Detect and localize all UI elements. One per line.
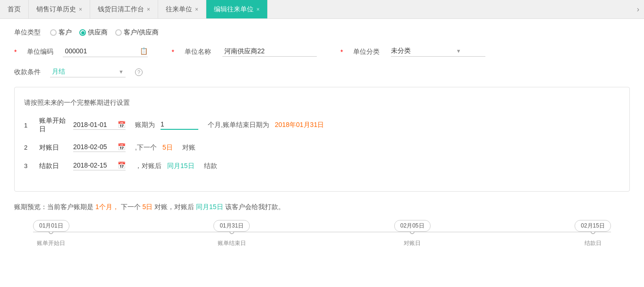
tab-edit-partner-close[interactable]: ×	[256, 6, 260, 13]
preview-part3: 对账，对账后	[154, 203, 194, 211]
period-row-3: 3 结款日 📅 ，对账后 同月15日 结款	[24, 161, 620, 170]
unit-code-input-wrap: 📋	[63, 46, 148, 57]
radio-customer[interactable]: 客户	[50, 28, 72, 37]
timeline-point-1: 01月01日 账单开始日	[33, 222, 69, 247]
period-row-1-period-input[interactable]	[161, 120, 198, 130]
radio-customer-supplier-label: 客户/供应商	[124, 28, 159, 37]
unit-code-star: *	[14, 48, 17, 56]
help-icon[interactable]: ?	[135, 68, 143, 76]
tab-edit-partner[interactable]: 编辑往来单位 ×	[206, 0, 268, 18]
timeline-label-3: 02月05日	[394, 220, 431, 232]
timeline-label-1: 01月01日	[33, 220, 69, 232]
timeline-sub-4: 结款日	[585, 239, 602, 247]
radio-supplier[interactable]: 供应商	[79, 28, 108, 37]
unit-code-icon[interactable]: 📋	[140, 47, 148, 55]
period-row-2-num: 2	[24, 144, 34, 151]
unit-type-radio-group: 客户 供应商 客户/供应商	[50, 28, 159, 37]
tab-workbench-close[interactable]: ×	[147, 6, 150, 13]
period-row-2-desc-after: 对账	[182, 144, 195, 152]
tab-order-history[interactable]: 销售订单历史 ×	[29, 0, 90, 18]
period-row-1-date-wrap: 📅	[73, 121, 126, 130]
preview-section: 账期预览：当前客户账期是 1个月， 下一个 5日 对账，对账后 同月15日 该客…	[14, 201, 630, 213]
unit-name-star: *	[171, 48, 174, 56]
payment-condition-label: 收款条件	[14, 68, 41, 76]
payment-condition-value: 月结	[52, 68, 117, 76]
tab-more-button[interactable]: ›	[632, 0, 644, 18]
period-row-1-num: 1	[24, 122, 34, 129]
preview-part4: 该客户会给我打款。	[225, 203, 285, 211]
timeline-line	[33, 232, 611, 232]
radio-customer-supplier[interactable]: 客户/供应商	[115, 28, 159, 37]
tab-partner[interactable]: 往来单位 ×	[158, 0, 206, 18]
unit-category-select[interactable]: 未分类 ▼	[391, 47, 485, 57]
preview-day: 5日	[142, 203, 153, 211]
main-content: 单位类型 客户 供应商 客户/供应商 * 单位编码 📋 * 单位名称 *	[0, 19, 644, 287]
preview-part2: 下一个	[121, 203, 141, 211]
unit-info-row: * 单位编码 📋 * 单位名称 * 单位分类 未分类 ▼	[14, 46, 630, 57]
period-row-2-label: 对账日	[39, 144, 68, 152]
tab-edit-partner-label: 编辑往来单位	[214, 5, 254, 14]
period-row-1-desc-middle: 个月,账单结束日期为	[208, 121, 269, 129]
period-row-3-num: 3	[24, 162, 34, 169]
timeline-items: 01月01日 账单开始日 01月31日 账单结束日 02月05日 对账日 02月…	[33, 222, 611, 247]
radio-supplier-circle	[79, 29, 86, 36]
tab-order-history-label: 销售订单历史	[36, 5, 76, 14]
period-row-3-desc-before: ，对账后	[135, 162, 161, 170]
unit-code-input[interactable]	[63, 46, 138, 56]
period-row-2: 2 对账日 📅 ,下一个 5日 对账	[24, 143, 620, 152]
period-row-1-label: 账单开始日	[39, 117, 68, 134]
tab-home[interactable]: 首页	[0, 0, 29, 18]
period-row-2-desc-before: ,下一个	[135, 144, 157, 152]
radio-supplier-label: 供应商	[88, 28, 108, 37]
timeline-sub-3: 对账日	[404, 239, 421, 247]
preview-period: 1个月，	[95, 203, 119, 211]
period-row-2-calendar-icon[interactable]: 📅	[118, 143, 126, 151]
period-row-3-highlight: 同月15日	[167, 162, 195, 170]
period-row-2-date-input[interactable]	[73, 143, 116, 151]
period-row-3-label: 结款日	[39, 162, 68, 170]
period-row-1-end-date: 2018年01月31日	[275, 121, 324, 129]
period-row-1: 1 账单开始日 📅 账期为 个月,账单结束日期为 2018年01月31日	[24, 117, 620, 134]
unit-category-label: 单位分类	[353, 48, 380, 56]
tab-partner-label: 往来单位	[166, 5, 192, 14]
unit-code-label: 单位编码	[27, 48, 53, 56]
tab-workbench-label: 钱货日清工作台	[98, 5, 144, 14]
radio-customer-circle	[50, 29, 57, 36]
preview-label: 账期预览：当前客户账期是	[14, 203, 93, 211]
payment-condition-chevron: ▼	[119, 69, 124, 75]
tab-home-label: 首页	[8, 5, 21, 14]
timeline-container: 01月01日 账单开始日 01月31日 账单结束日 02月05日 对账日 02月…	[14, 222, 630, 247]
period-settings-box: 请按照未来的一个完整帐期进行设置 1 账单开始日 📅 账期为 个月,账单结束日期…	[14, 87, 630, 192]
radio-customer-supplier-circle	[115, 29, 122, 36]
tab-order-history-close[interactable]: ×	[79, 6, 82, 13]
period-row-2-highlight: 5日	[162, 144, 173, 152]
period-row-3-desc-after: 结款	[204, 162, 217, 170]
period-row-3-date-input[interactable]	[73, 161, 116, 169]
period-row-2-date-wrap: 📅	[73, 143, 126, 152]
timeline-label-2: 01月31日	[213, 220, 250, 232]
unit-name-input[interactable]	[222, 47, 317, 57]
timeline-label-4: 02月15日	[575, 220, 611, 232]
unit-category-value: 未分类	[391, 47, 421, 55]
tab-workbench[interactable]: 钱货日清工作台 ×	[90, 0, 158, 18]
unit-name-label: 单位名称	[185, 48, 211, 56]
tab-bar: 首页 销售订单历史 × 钱货日清工作台 × 往来单位 × 编辑往来单位 × ›	[0, 0, 644, 19]
period-row-3-calendar-icon[interactable]: 📅	[118, 161, 126, 169]
period-row-1-calendar-icon[interactable]: 📅	[118, 121, 126, 128]
unit-category-chevron: ▼	[456, 48, 486, 54]
unit-category-star: *	[340, 48, 343, 56]
timeline-sub-2: 账单结束日	[218, 239, 246, 247]
timeline-point-2: 01月31日 账单结束日	[213, 222, 250, 247]
period-row-1-date-input[interactable]	[73, 121, 116, 128]
payment-condition-row: 收款条件 月结 ▼ ?	[14, 67, 630, 77]
timeline-point-3: 02月05日 对账日	[394, 222, 431, 247]
tab-partner-close[interactable]: ×	[195, 6, 198, 13]
radio-customer-label: 客户	[59, 28, 72, 37]
unit-type-row: 单位类型 客户 供应商 客户/供应商	[14, 28, 630, 37]
payment-condition-select[interactable]: 月结 ▼	[50, 67, 126, 77]
period-title: 请按照未来的一个完整帐期进行设置	[24, 99, 620, 107]
timeline-sub-1: 账单开始日	[37, 239, 65, 247]
period-row-1-desc-before: 账期为	[135, 121, 155, 129]
unit-type-label: 单位类型	[14, 28, 41, 37]
timeline-point-4: 02月15日 结款日	[575, 222, 611, 247]
